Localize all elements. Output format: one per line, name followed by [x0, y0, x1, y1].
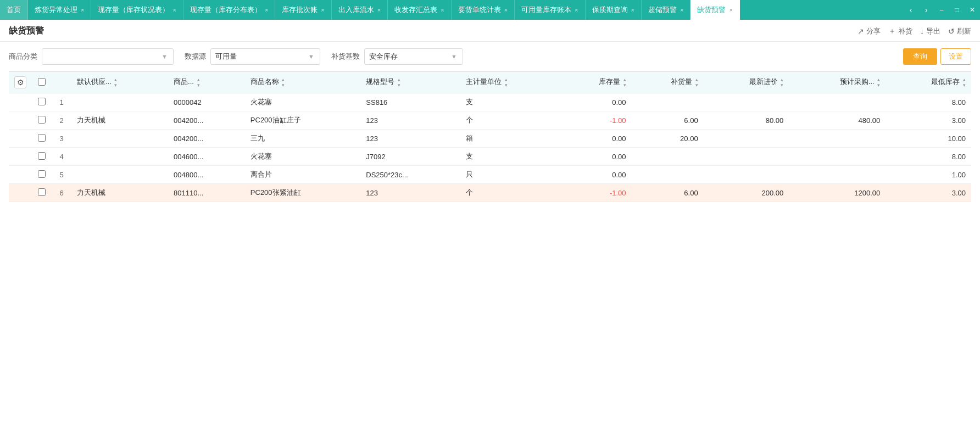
export-icon: ↓: [920, 27, 924, 36]
col-spec[interactable]: 规格型号 ▴▾: [360, 72, 460, 93]
tab-item-home[interactable]: 首页: [0, 0, 28, 20]
tab-label-stock2: 现存量（库存分布表）: [190, 5, 261, 15]
refresh-icon: ↺: [948, 27, 955, 36]
tab-item-collect[interactable]: 收发存汇总表×: [388, 0, 451, 20]
row-checkbox-3[interactable]: [38, 152, 46, 160]
col-latest-price[interactable]: 最新进价 ▴▾: [704, 72, 789, 93]
col-name[interactable]: 商品名称 ▴▾: [245, 72, 360, 93]
tab-item-shortage[interactable]: 缺货预警×: [691, 0, 739, 20]
tab-close-overstock[interactable]: ×: [680, 7, 683, 13]
row-spec-1: 123: [360, 111, 460, 130]
window-close[interactable]: ✕: [965, 0, 980, 20]
table-row: 6 力天机械 801110... PC200张紧油缸 123 个 -1.00 6…: [9, 184, 971, 202]
row-replenish-4: [632, 166, 704, 184]
row-check-4: [32, 166, 52, 184]
refresh-button[interactable]: ↺ 刷新: [948, 26, 971, 36]
row-checkbox-0[interactable]: [38, 98, 46, 105]
tab-label-collect: 收发存汇总表: [394, 5, 437, 15]
tab-nav-right[interactable]: ›: [918, 0, 934, 20]
tab-close-batch[interactable]: ×: [321, 7, 324, 13]
row-gear-4: [9, 166, 32, 184]
row-min-stock-0: 8.00: [886, 93, 971, 111]
row-estimated-purchase-3: [789, 148, 886, 166]
tab-nav-left[interactable]: ‹: [903, 0, 918, 20]
col-code[interactable]: 商品... ▴▾: [168, 72, 245, 93]
tab-close-collect[interactable]: ×: [441, 7, 444, 13]
check-all-input[interactable]: [38, 78, 46, 86]
row-checkbox-1[interactable]: [38, 116, 46, 124]
row-name-0: 火花塞: [245, 93, 360, 111]
tab-close-exception[interactable]: ×: [81, 7, 84, 13]
sort-latest-price-icon: ▴▾: [781, 77, 783, 88]
row-gear-5: [9, 184, 32, 202]
tab-item-expiry[interactable]: 保质期查询×: [586, 0, 642, 20]
row-supplier-0: [71, 93, 168, 111]
row-estimated-purchase-5: 1200.00: [789, 184, 886, 202]
export-button[interactable]: ↓ 导出: [920, 26, 940, 36]
row-spec-4: DS250*23c...: [360, 166, 460, 184]
data-table: ⚙ 默认供应... ▴▾ 商品... ▴▾ 商品名称: [9, 71, 971, 202]
row-estimated-purchase-1: 480.00: [789, 111, 886, 130]
tab-item-stock2[interactable]: 现存量（库存分布表）×: [183, 0, 275, 20]
replenish-button[interactable]: ＋ 补货: [888, 26, 912, 36]
replenish-base-filter-group: 补货基数 安全库存 ▼: [331, 48, 463, 65]
tab-close-expiry[interactable]: ×: [631, 7, 634, 13]
col-stock[interactable]: 库存量 ▴▾: [559, 72, 631, 93]
replenish-base-select[interactable]: 安全库存 ▼: [364, 48, 463, 65]
row-check-2: [32, 130, 52, 148]
tab-label-available: 可用量库存账本: [521, 5, 571, 15]
col-estimated-purchase[interactable]: 预计采购... ▴▾: [789, 72, 886, 93]
row-checkbox-5[interactable]: [38, 188, 46, 196]
row-latest-price-5: 200.00: [704, 184, 789, 202]
gear-icon[interactable]: ⚙: [14, 76, 26, 88]
row-replenish-1: 6.00: [632, 111, 704, 130]
row-replenish-3: [632, 148, 704, 166]
row-code-3: 004600...: [168, 148, 245, 166]
tab-item-order[interactable]: 要货单统计表×: [452, 0, 515, 20]
row-gear-1: [9, 111, 32, 130]
sort-supplier-icon: ▴▾: [114, 77, 117, 88]
col-replenish[interactable]: 补货量 ▴▾: [632, 72, 704, 93]
row-unit-3: 支: [460, 148, 559, 166]
row-replenish-0: [632, 93, 704, 111]
tab-item-batch[interactable]: 库存批次账×: [275, 0, 331, 20]
sort-stock-icon: ▴▾: [623, 77, 626, 88]
row-gear-2: [9, 130, 32, 148]
settings-button[interactable]: 设置: [940, 48, 971, 65]
col-supplier[interactable]: 默认供应... ▴▾: [71, 72, 168, 93]
row-latest-price-1: 80.00: [704, 111, 789, 130]
tab-label-home: 首页: [7, 5, 21, 15]
replenish-base-label: 补货基数: [331, 52, 360, 61]
row-code-0: 0000042: [168, 93, 245, 111]
col-unit[interactable]: 主计量单位 ▴▾: [460, 72, 559, 93]
window-minimize[interactable]: –: [934, 0, 949, 20]
col-check-all: [32, 72, 52, 93]
tab-close-stock1[interactable]: ×: [172, 7, 176, 13]
tab-item-exception[interactable]: 炼货异常处理×: [28, 0, 91, 20]
tab-close-order[interactable]: ×: [504, 7, 508, 13]
share-button[interactable]: ↗ 分享: [858, 26, 881, 36]
tab-close-inout[interactable]: ×: [377, 7, 381, 13]
category-select[interactable]: ▼: [42, 48, 174, 65]
tab-item-stock1[interactable]: 现存量（库存状况表）×: [91, 0, 183, 20]
col-min-stock[interactable]: 最低库存 ▴▾: [886, 72, 971, 93]
sort-replenish-icon: ▴▾: [695, 77, 698, 88]
tab-close-stock2[interactable]: ×: [265, 7, 268, 13]
row-min-stock-3: 8.00: [886, 148, 971, 166]
datasource-select[interactable]: 可用量 ▼: [210, 48, 320, 65]
tab-item-inout[interactable]: 出入库流水×: [332, 0, 388, 20]
row-code-2: 004200...: [168, 130, 245, 148]
tab-item-available[interactable]: 可用量库存账本×: [515, 0, 585, 20]
row-idx-4: 5: [52, 166, 71, 184]
tab-item-overstock[interactable]: 超储预警×: [642, 0, 691, 20]
row-checkbox-4[interactable]: [38, 170, 46, 178]
row-name-4: 离合片: [245, 166, 360, 184]
tab-close-available[interactable]: ×: [575, 7, 578, 13]
sort-min-stock-icon: ▴▾: [963, 77, 966, 88]
tab-close-shortage[interactable]: ×: [729, 7, 732, 13]
window-maximize[interactable]: □: [949, 0, 965, 20]
table-wrapper: ⚙ 默认供应... ▴▾ 商品... ▴▾ 商品名称: [0, 71, 980, 202]
category-dropdown-icon: ▼: [162, 53, 168, 60]
row-checkbox-2[interactable]: [38, 134, 46, 142]
query-button[interactable]: 查询: [903, 48, 937, 65]
